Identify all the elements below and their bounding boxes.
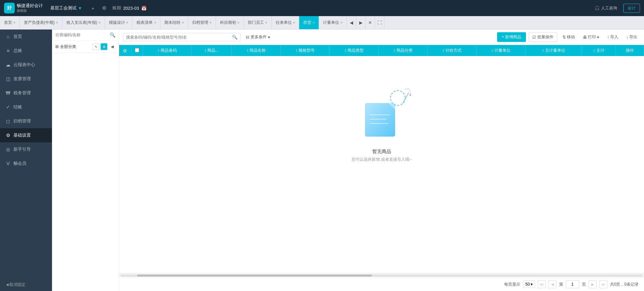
- search-submit-icon[interactable]: 🔍: [232, 35, 237, 40]
- pagination-bar: 每页显示 50 ▾ ⏮ ◀ 第 页 ▶ ⏭ 共0页，0条记录: [119, 277, 644, 291]
- export-button[interactable]: ↓ 导出: [624, 33, 640, 42]
- tab-unit[interactable]: 计量单位 ×: [319, 16, 347, 30]
- search-bar[interactable]: 🔍: [123, 33, 240, 41]
- th-code-label: ↕ 商品...: [204, 48, 219, 53]
- sidebar-item-member[interactable]: V 畅会员: [0, 156, 52, 171]
- page-first-button[interactable]: ⏮: [538, 280, 546, 288]
- tab-tax-close[interactable]: ×: [154, 21, 156, 25]
- tab-subject[interactable]: 科目期初 ×: [216, 16, 244, 30]
- tab-scroll-right[interactable]: ▶: [356, 16, 366, 30]
- tab-expand[interactable]: ⛶: [375, 16, 384, 30]
- sidebar-label-ledger: 总账: [13, 48, 22, 54]
- print-label: 打印: [588, 34, 596, 40]
- edit-category-button[interactable]: ✎: [93, 43, 99, 50]
- tab-period-end[interactable]: 期末结转 ×: [160, 16, 188, 30]
- tab-inventory[interactable]: 存货 ×: [299, 16, 319, 30]
- sidebar-item-reports[interactable]: ☁ 云报表中心: [0, 58, 52, 72]
- tab-income[interactable]: 收入支出表(年报) ×: [62, 16, 105, 30]
- tab-scroll-left[interactable]: ◀: [347, 16, 356, 30]
- move-icon: ⇅: [562, 35, 566, 40]
- page-prev-button[interactable]: ◀: [548, 280, 556, 288]
- page-next-button[interactable]: ▶: [589, 280, 597, 288]
- batch-operation-button[interactable]: ☑ 批量操作: [529, 32, 557, 42]
- tab-close-all[interactable]: ✕: [366, 16, 375, 30]
- th-barcode[interactable]: ↕ 商品条码: [143, 45, 192, 56]
- scroll-thumb[interactable]: [137, 275, 372, 277]
- period-label: 账期: [112, 5, 121, 11]
- filter-icon: ⊟: [246, 35, 249, 40]
- th-spec-label: ↕ 规格型号: [296, 48, 315, 53]
- sidebar-item-guide[interactable]: ◎ 新手引导: [0, 142, 52, 156]
- th-unit[interactable]: ↕ 计量单位: [476, 45, 525, 56]
- headset-icon: 🎧: [595, 6, 600, 10]
- tab-home-close[interactable]: ×: [13, 21, 15, 25]
- tab-period-end-close[interactable]: ×: [182, 21, 184, 25]
- tab-unit-close[interactable]: ×: [340, 21, 342, 25]
- tab-unit-label: 计量单位: [323, 20, 339, 26]
- sidebar-item-close[interactable]: ✓ 结账: [0, 100, 52, 114]
- sidebar-item-basic[interactable]: ⚙ 基础设置: [0, 128, 52, 142]
- tab-assets-close[interactable]: ×: [56, 21, 58, 25]
- th-price-method[interactable]: ↕ 计价方式: [427, 45, 476, 56]
- svg-rect-1: [365, 103, 395, 137]
- th-checkbox[interactable]: [131, 45, 143, 56]
- tab-subject-close[interactable]: ×: [237, 21, 239, 25]
- account-button[interactable]: 会计: [623, 4, 640, 13]
- tab-dept[interactable]: 部门员工 ×: [244, 16, 272, 30]
- tab-template[interactable]: 模版设计 ×: [105, 16, 133, 30]
- th-main-count[interactable]: ↕ 主计: [582, 45, 615, 56]
- column-settings-icon[interactable]: ⚙: [123, 48, 127, 53]
- tab-inventory-close[interactable]: ×: [313, 21, 315, 25]
- tab-customer-close[interactable]: ×: [293, 21, 295, 25]
- import-button[interactable]: ↑ 导入: [604, 33, 621, 42]
- category-search-input[interactable]: [55, 33, 108, 37]
- tab-customer[interactable]: 往来单位 ×: [272, 16, 300, 30]
- th-type[interactable]: ↕ 商品类型: [330, 45, 379, 56]
- consult-button[interactable]: 🎧 人工咨询: [592, 4, 620, 12]
- th-spec[interactable]: ↕ 规格型号: [281, 45, 330, 56]
- sidebar-item-tax[interactable]: ₩ 税务管理: [0, 86, 52, 100]
- select-all-checkbox[interactable]: [135, 48, 139, 52]
- tab-template-close[interactable]: ×: [126, 21, 128, 25]
- sidebar-item-archive[interactable]: ◻ 归档管理: [0, 114, 52, 128]
- sidebar-item-invoice[interactable]: ◫ 发票管理: [0, 72, 52, 86]
- tab-home[interactable]: 首页 ×: [0, 16, 20, 30]
- tab-archive-close[interactable]: ×: [210, 21, 212, 25]
- more-conditions-button[interactable]: ⊟ 更多条件 ▾: [243, 33, 273, 41]
- category-settings-button[interactable]: ⚙: [101, 43, 107, 50]
- tab-bar: 首页 × 资产负债表(中期) × 收入支出表(年报) × 模版设计 × 税表清单…: [0, 16, 644, 30]
- tab-income-close[interactable]: ×: [99, 21, 101, 25]
- tab-dept-close[interactable]: ×: [265, 21, 267, 25]
- collapse-panel-button[interactable]: ◀: [109, 43, 115, 50]
- cancel-fixed-button[interactable]: ◄取消固定: [0, 279, 52, 291]
- settings-header-button[interactable]: ⚙: [100, 3, 109, 13]
- page-number-input[interactable]: [566, 280, 579, 288]
- th-main-unit[interactable]: ↕ 主计量单位: [525, 45, 582, 56]
- sidebar-item-home[interactable]: ⌂ 首页: [0, 30, 52, 44]
- add-tab-button[interactable]: +: [88, 3, 98, 13]
- move-button[interactable]: ⇅ 移动: [560, 33, 578, 42]
- sidebar-item-ledger[interactable]: ≡ 总账: [0, 44, 52, 58]
- tab-archive[interactable]: 归档管理 ×: [188, 16, 216, 30]
- company-selector[interactable]: 基层工会测试 ▼: [48, 4, 85, 12]
- th-category[interactable]: ↕ 商品分类: [378, 45, 427, 56]
- tab-income-label: 收入支出表(年报): [66, 20, 97, 26]
- th-settings[interactable]: ⚙: [119, 45, 131, 56]
- print-icon: 🖶: [583, 35, 587, 40]
- export-icon: ↓: [626, 35, 628, 40]
- th-name[interactable]: ↕ 商品名称: [232, 45, 281, 56]
- product-search-input[interactable]: [126, 35, 231, 40]
- app-sub: 旗舰版: [17, 8, 43, 13]
- th-code[interactable]: ↕ 商品...: [192, 45, 232, 56]
- horizontal-scrollbar[interactable]: [119, 273, 644, 277]
- per-page-select[interactable]: 50 ▾: [523, 281, 535, 288]
- page-last-button[interactable]: ⏭: [599, 280, 607, 288]
- calendar-icon[interactable]: 📅: [141, 6, 147, 11]
- tab-assets[interactable]: 资产负债表(中期) ×: [20, 16, 62, 30]
- add-product-button[interactable]: + 新增商品: [497, 32, 526, 42]
- move-label: 移动: [567, 34, 575, 40]
- tab-tax[interactable]: 税表清单 ×: [132, 16, 160, 30]
- print-button[interactable]: 🖶 打印 ▾: [580, 33, 602, 42]
- main-layout: ⌂ 首页 ≡ 总账 ☁ 云报表中心 ◫ 发票管理 ₩ 税务管理 ✓ 结账 ◻ 归…: [0, 30, 644, 291]
- category-search-icon[interactable]: 🔍: [110, 32, 115, 38]
